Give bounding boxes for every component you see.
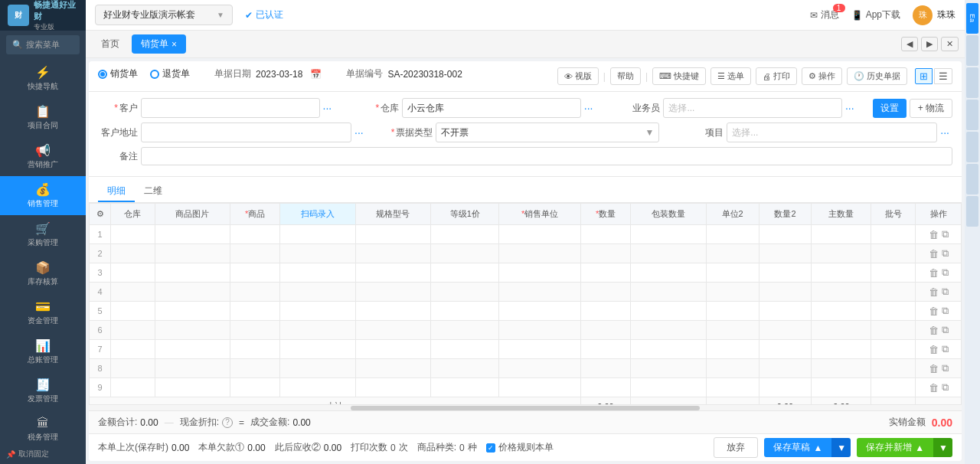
col-pack-qty[interactable]: 包装数量 (631, 204, 706, 225)
delete-row-7[interactable]: 🗑 (929, 343, 939, 355)
sidebar-item-tax[interactable]: 🏛 税务管理 (0, 410, 86, 444)
cell-price1-1[interactable] (431, 225, 499, 244)
project-input[interactable]: 选择... (727, 123, 937, 142)
right-panel-btn-1[interactable]: Ea (966, 3, 978, 34)
delete-row-9[interactable]: 🗑 (929, 381, 939, 394)
copy-row-4[interactable]: ⧉ (942, 286, 949, 298)
cell-batch-no-2[interactable] (871, 244, 916, 263)
sidebar-item-inventory[interactable]: 📦 库存核算 (0, 254, 86, 293)
cell-batch-1[interactable] (280, 225, 355, 244)
message-button[interactable]: ✉ 1 消息 (810, 8, 839, 21)
cell-image-1[interactable] (155, 225, 230, 244)
history-button[interactable]: 🕐 历史单据 (847, 67, 907, 85)
cell-batch-no-1[interactable] (871, 225, 916, 244)
col-sales-unit[interactable]: *销售单位 (499, 204, 580, 225)
right-panel-btn-7[interactable] (966, 196, 978, 227)
unpin-button[interactable]: 📌 取消固定 (0, 444, 86, 464)
cell-pack-qty-1[interactable] (631, 225, 706, 244)
col-goods[interactable]: *商品 (230, 204, 279, 225)
col-batch-import[interactable]: 扫码录入 (280, 204, 355, 225)
cell-image-2[interactable] (155, 244, 230, 263)
setup-button[interactable]: 设置 (873, 99, 906, 118)
copy-row-7[interactable]: ⧉ (942, 343, 949, 355)
right-panel-btn-6[interactable] (966, 164, 978, 194)
tab-next-button[interactable]: ▶ (921, 37, 938, 51)
delete-row-6[interactable]: 🗑 (929, 324, 939, 336)
col-operation[interactable]: 操作 (916, 204, 962, 225)
discount-help[interactable]: ? (222, 417, 233, 428)
cell-batch-2[interactable] (280, 244, 355, 263)
col-batch[interactable]: 批号 (871, 204, 916, 225)
radio-return[interactable]: 退货单 (150, 67, 190, 80)
tab-home[interactable]: 首页 (92, 34, 129, 54)
address-dots[interactable]: ··· (351, 126, 367, 139)
search-menu-button[interactable]: 🔍 搜索菜单 (6, 35, 80, 54)
sidebar-item-project[interactable]: 📋 项目合同 (0, 98, 86, 137)
cell-qty2-2[interactable] (759, 244, 812, 263)
col-warehouse[interactable]: 仓库 (111, 204, 155, 225)
customer-input[interactable] (141, 98, 320, 118)
tab-close-button[interactable]: ✕ (941, 37, 959, 51)
cell-unit2-1[interactable] (706, 225, 759, 244)
print-button[interactable]: 🖨 打印 (756, 67, 797, 85)
delete-row-3[interactable]: 🗑 (929, 266, 939, 279)
select-button[interactable]: ☰ 选单 (710, 67, 751, 85)
operation-button[interactable]: ⚙ 操作 (802, 67, 842, 85)
shortcut-button[interactable]: ⌨ 快捷键 (652, 67, 706, 85)
cell-warehouse-3[interactable] (111, 263, 155, 283)
sidebar-item-quicknav[interactable]: ⚡ 快捷导航 (0, 59, 86, 98)
sidebar-item-purchase[interactable]: 🛒 采购管理 (0, 215, 86, 254)
delete-row-2[interactable]: 🗑 (929, 247, 939, 260)
save-new-dropdown[interactable]: ▼ (933, 438, 952, 457)
no-value[interactable]: SA-20230318-002 (387, 69, 462, 80)
save-draft-button[interactable]: 保存草稿 ▲ (764, 438, 831, 457)
tab-erwei[interactable]: 二维 (135, 181, 172, 202)
right-panel-btn-2[interactable] (966, 35, 978, 66)
warehouse-dots[interactable]: ··· (581, 102, 596, 114)
copy-row-2[interactable]: ⧉ (942, 247, 949, 260)
save-draft-dropdown[interactable]: ▼ (831, 438, 851, 457)
cell-unit2-2[interactable] (706, 244, 759, 263)
cell-goods-2[interactable] (230, 244, 279, 263)
tab-prev-button[interactable]: ◀ (901, 37, 918, 51)
app-download-button[interactable]: 📱 App下载 (851, 8, 900, 21)
company-selector[interactable]: 好业财专业版演示帐套 ▼ (95, 5, 233, 25)
invoice-select[interactable]: 不开票 ▼ (436, 123, 659, 142)
col-price1[interactable]: 等级1价 (431, 204, 499, 225)
cell-price1-2[interactable] (431, 244, 499, 263)
sidebar-item-sales[interactable]: 💰 销售管理 (0, 176, 86, 215)
col-spec[interactable]: 规格型号 (355, 204, 430, 225)
horizontal-scrollbar[interactable] (89, 404, 962, 410)
view-button[interactable]: 👁 视版 (557, 67, 599, 85)
sidebar-item-invoice[interactable]: 🧾 发票管理 (0, 371, 86, 410)
col-settings[interactable]: ⚙ (90, 204, 111, 225)
col-main-qty[interactable]: 主数量 (812, 204, 871, 225)
save-new-button[interactable]: 保存并新增 ▲ (857, 438, 933, 457)
cell-spec-2[interactable] (355, 244, 430, 263)
cell-qty-2[interactable] (580, 244, 630, 263)
tab-mingxi[interactable]: 明细 (98, 181, 135, 202)
cell-sales-unit-1[interactable] (499, 225, 580, 244)
cell-warehouse-1[interactable] (111, 225, 155, 244)
sidebar-item-capital[interactable]: 💳 资金管理 (0, 293, 86, 332)
col-unit2[interactable]: 单位2 (706, 204, 759, 225)
address-input[interactable] (141, 123, 351, 142)
sidebar-item-marketing[interactable]: 📢 营销推广 (0, 137, 86, 176)
cell-qty2-1[interactable] (759, 225, 812, 244)
sidebar-item-general[interactable]: 📊 总账管理 (0, 332, 86, 371)
delete-row-5[interactable]: 🗑 (929, 305, 939, 317)
customer-dots[interactable]: ··· (320, 102, 335, 114)
abandon-button[interactable]: 放弃 (714, 437, 758, 458)
cell-main-qty-1[interactable] (812, 225, 871, 244)
col-qty[interactable]: *数量 (580, 204, 630, 225)
tab-sales[interactable]: 销货单 × (132, 34, 186, 54)
copy-row-8[interactable]: ⧉ (942, 362, 949, 374)
project-dots[interactable]: ··· (937, 126, 952, 139)
right-panel-btn-3[interactable] (966, 67, 978, 98)
cell-main-qty-2[interactable] (812, 244, 871, 263)
cell-pack-qty-2[interactable] (631, 244, 706, 263)
copy-row-1[interactable]: ⧉ (942, 228, 949, 240)
copy-row-6[interactable]: ⧉ (942, 324, 949, 336)
radio-sales[interactable]: 销货单 (98, 67, 138, 80)
delete-row-4[interactable]: 🗑 (929, 286, 939, 298)
